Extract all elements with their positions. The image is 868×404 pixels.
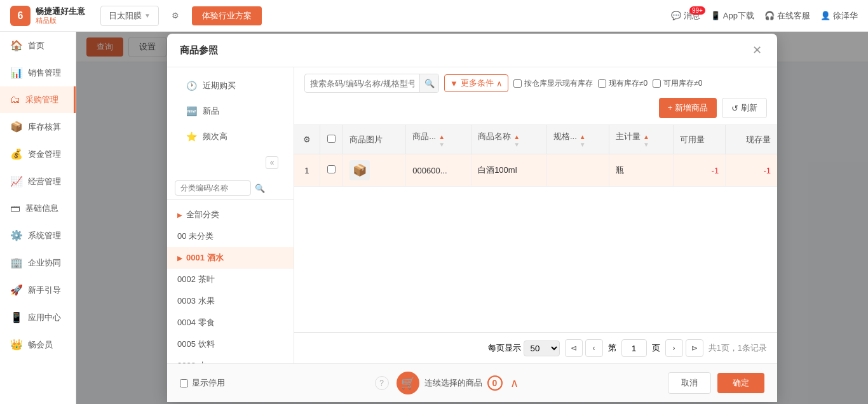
sidebar-label-basic: 基础信息 bbox=[25, 203, 58, 214]
exp-btn[interactable]: 体验行业方案 bbox=[192, 6, 262, 25]
select-all-checkbox[interactable] bbox=[327, 135, 336, 143]
cat-item-all[interactable]: ▶ 全部分类 bbox=[167, 204, 294, 226]
app-download-btn[interactable]: 📱 App下载 bbox=[710, 10, 754, 22]
sidebar-item-system[interactable]: ⚙️ 系统管理 bbox=[0, 222, 76, 249]
settings-icon[interactable]: ⚙ bbox=[166, 7, 184, 25]
sidebar-item-apps[interactable]: 📱 应用中心 bbox=[0, 304, 76, 331]
cat-label-all: 全部分类 bbox=[186, 209, 219, 220]
available-ne0-input[interactable] bbox=[653, 79, 661, 88]
cat-item-0005[interactable]: 0005 饮料 bbox=[167, 333, 294, 355]
confirm-btn[interactable]: 确定 bbox=[717, 373, 764, 393]
sales-icon: 📊 bbox=[10, 67, 23, 79]
quick-frequent[interactable]: ⭐ 频次高 bbox=[177, 126, 283, 147]
refresh-btn[interactable]: ↺ 刷新 bbox=[722, 98, 767, 118]
next-page-btn[interactable]: › bbox=[665, 339, 683, 357]
more-filters-btn[interactable]: ▼ 更多条件 ∧ bbox=[444, 74, 508, 92]
show-disabled-input[interactable] bbox=[180, 379, 188, 387]
app-download-label: App下载 bbox=[723, 10, 754, 22]
td-stock: -1 bbox=[726, 154, 777, 187]
cat-item-0008[interactable]: 0008 水 bbox=[167, 355, 294, 363]
th-code[interactable]: 商品...▲▼ bbox=[406, 125, 471, 154]
category-search-icon[interactable]: 🔍 bbox=[255, 184, 265, 193]
cat-item-00[interactable]: 00 未分类 bbox=[167, 226, 294, 247]
th-spec[interactable]: 规格...▲▼ bbox=[546, 125, 609, 154]
logo-text: 畅捷通好生意 精品版 bbox=[36, 6, 85, 25]
sidebar-label-enterprise: 企业协同 bbox=[28, 257, 61, 269]
stock-ne0-input[interactable] bbox=[598, 79, 606, 88]
th-unit[interactable]: 主计量▲▼ bbox=[609, 125, 674, 154]
quick-new-label: 新品 bbox=[203, 105, 219, 117]
modal-right-panel: 🔍 ▼ 更多条件 ∧ 按仓库显示现有库存 bbox=[294, 67, 777, 363]
cart-icon[interactable]: 🛒 bbox=[397, 372, 419, 394]
available-ne0-checkbox[interactable]: 可用库存≠0 bbox=[653, 78, 702, 89]
sidebar-item-sales[interactable]: 📊 销售管理 bbox=[0, 59, 76, 86]
quick-recent[interactable]: 🕐 近期购买 bbox=[177, 75, 283, 97]
add-product-btn[interactable]: + 新增商品 bbox=[659, 98, 717, 118]
product-search-btn[interactable]: 🔍 bbox=[419, 74, 438, 92]
filter-icon: ▼ bbox=[450, 79, 458, 88]
workspace-selector[interactable]: 日太阳膜 ▼ bbox=[100, 6, 159, 26]
last-page-btn[interactable]: ⊳ bbox=[686, 339, 703, 357]
user-profile-btn[interactable]: 👤 徐泽华 bbox=[820, 10, 858, 22]
category-search-input[interactable] bbox=[175, 180, 251, 196]
sidebar-item-basic[interactable]: 🗃 基础信息 bbox=[0, 195, 76, 222]
td-spec bbox=[546, 154, 609, 187]
category-search-area: 🔍 bbox=[167, 177, 294, 200]
quick-recent-label: 近期购买 bbox=[203, 80, 236, 91]
clock-icon: 🕐 bbox=[185, 79, 198, 92]
prev-page-btn[interactable]: ‹ bbox=[585, 339, 603, 357]
td-unit: 瓶 bbox=[609, 154, 674, 187]
warehouse-stock-checkbox[interactable]: 按仓库显示现有库存 bbox=[513, 78, 593, 89]
page-size-select[interactable]: 10 20 50 100 bbox=[524, 340, 560, 356]
message-badge: 99+ bbox=[689, 6, 705, 15]
sidebar-item-inventory[interactable]: 📦 库存核算 bbox=[0, 113, 76, 140]
modal-close-button[interactable]: ✕ bbox=[749, 43, 764, 58]
page-number-input[interactable] bbox=[621, 339, 647, 357]
show-disabled-checkbox[interactable]: 显示停用 bbox=[180, 377, 225, 389]
filter-label: 更多条件 bbox=[461, 77, 494, 89]
table-row[interactable]: 1 📦 000600... 白酒100ml bbox=[294, 154, 777, 187]
purchase-icon: 🗂 bbox=[10, 94, 20, 105]
footer-right: 取消 确定 bbox=[668, 372, 764, 394]
quick-new[interactable]: 🆕 新品 bbox=[177, 100, 283, 122]
modal-title: 商品参照 bbox=[180, 44, 218, 57]
cancel-btn[interactable]: 取消 bbox=[668, 372, 711, 394]
sidebar-label-system: 系统管理 bbox=[28, 230, 61, 241]
cart-count: 0 bbox=[487, 375, 503, 391]
modal-toolbar: 🔍 ▼ 更多条件 ∧ 按仓库显示现有库存 bbox=[294, 67, 777, 125]
help-btn[interactable]: ? bbox=[375, 376, 389, 390]
sidebar-label-guide: 新手引导 bbox=[28, 285, 61, 296]
td-code: 000600... bbox=[406, 154, 471, 187]
sidebar-item-home[interactable]: 🏠 首页 bbox=[0, 32, 76, 59]
headset-icon: 🎧 bbox=[764, 11, 775, 20]
product-search-input[interactable] bbox=[305, 76, 419, 91]
sidebar-label-purchase: 采购管理 bbox=[25, 94, 58, 105]
collapse-panel-btn[interactable]: « bbox=[266, 156, 278, 169]
th-name[interactable]: 商品名称▲▼ bbox=[471, 125, 547, 154]
cat-item-0001[interactable]: ▶ 0001 酒水 bbox=[167, 247, 294, 269]
main-content: 查询 设置 商品参照 ✕ 🕐 近期购买 bbox=[76, 32, 868, 404]
sidebar-item-operation[interactable]: 📈 经营管理 bbox=[0, 168, 76, 195]
stock-ne0-checkbox[interactable]: 现有库存≠0 bbox=[598, 78, 648, 89]
collapse-cart-btn[interactable]: ∧ bbox=[510, 376, 519, 390]
cat-item-0002[interactable]: 0002 茶叶 bbox=[167, 269, 294, 290]
sidebar-item-enterprise[interactable]: 🏢 企业协同 bbox=[0, 249, 76, 276]
warehouse-stock-input[interactable] bbox=[513, 79, 522, 88]
available-ne0-label: 可用库存≠0 bbox=[663, 78, 702, 89]
cat-item-0003[interactable]: 0003 水果 bbox=[167, 290, 294, 312]
cat-item-0004[interactable]: 0004 零食 bbox=[167, 312, 294, 333]
cart-label: 连续选择的商品 bbox=[424, 377, 482, 389]
sidebar-item-guide[interactable]: 🚀 新手引导 bbox=[0, 276, 76, 304]
sidebar-item-finance[interactable]: 💰 资金管理 bbox=[0, 140, 76, 168]
settings-col-icon[interactable]: ⚙ bbox=[303, 135, 311, 144]
row-checkbox[interactable] bbox=[327, 165, 336, 173]
refresh-label: 刷新 bbox=[741, 102, 757, 114]
first-page-btn[interactable]: ⊲ bbox=[565, 339, 583, 357]
service-btn[interactable]: 🎧 在线客服 bbox=[764, 10, 810, 22]
td-name: 白酒100ml bbox=[471, 154, 547, 187]
cat-label-0004: 0004 零食 bbox=[177, 318, 215, 327]
sidebar-item-purchase[interactable]: 🗂 采购管理 bbox=[0, 86, 76, 113]
messages-btn[interactable]: 💬 消息 99+ bbox=[671, 10, 700, 22]
sidebar-item-member[interactable]: 👑 畅会员 bbox=[0, 331, 76, 358]
td-seq: 1 bbox=[294, 154, 320, 187]
